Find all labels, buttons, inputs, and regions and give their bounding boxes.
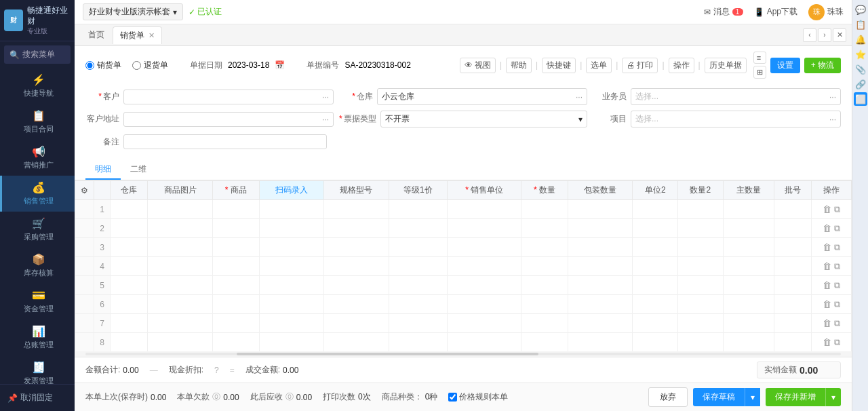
th-price[interactable]: 等级1价 bbox=[389, 181, 448, 200]
row-unit2[interactable] bbox=[633, 276, 678, 295]
sidebar-item-inventory[interactable]: 📦 库存核算 bbox=[0, 248, 75, 283]
salesperson-input[interactable]: 选择... ··· bbox=[631, 88, 841, 105]
row-batch[interactable] bbox=[774, 238, 811, 257]
select-order-button[interactable]: 选单 bbox=[586, 58, 612, 73]
row-price[interactable] bbox=[389, 219, 448, 238]
row-unit[interactable] bbox=[448, 219, 521, 238]
message-button[interactable]: ✉ 消息 1 bbox=[704, 6, 743, 18]
row-spec[interactable] bbox=[324, 219, 389, 238]
project-input[interactable]: 选择... ··· bbox=[631, 111, 841, 128]
company-selector[interactable]: 好业财专业版演示帐套 ▾ bbox=[83, 3, 183, 20]
user-profile[interactable]: 珠 珠珠 bbox=[808, 4, 844, 20]
view-grid-button[interactable]: ⊞ bbox=[753, 66, 766, 79]
right-panel-icon-4[interactable]: ⭐ bbox=[854, 47, 867, 61]
right-panel-icon-3[interactable]: 🔔 bbox=[854, 33, 867, 46]
row-image[interactable] bbox=[148, 200, 213, 219]
row-price[interactable] bbox=[389, 200, 448, 219]
row-warehouse[interactable] bbox=[111, 276, 148, 295]
app-download-button[interactable]: 📱 App下载 bbox=[754, 6, 797, 18]
sidebar-item-project[interactable]: 📋 项目合同 bbox=[0, 104, 75, 140]
row-qty2[interactable] bbox=[678, 276, 724, 295]
row-pkg-qty[interactable] bbox=[568, 257, 633, 276]
sidebar-item-finance[interactable]: 💳 资金管理 bbox=[0, 283, 75, 319]
price-rule-checkbox[interactable]: 价格规则本单 bbox=[448, 391, 508, 403]
row-scan[interactable] bbox=[259, 238, 324, 257]
right-panel-icon-5[interactable]: 📎 bbox=[854, 62, 867, 76]
calendar-icon[interactable]: 📅 bbox=[275, 60, 285, 70]
salesperson-dots[interactable]: ··· bbox=[829, 92, 836, 102]
project-dots[interactable]: ··· bbox=[829, 115, 836, 124]
right-panel-icon-7[interactable]: ⬜ bbox=[854, 92, 867, 106]
help-icon3[interactable]: ⓪ bbox=[285, 391, 294, 403]
th-scan[interactable]: 扫码录入 bbox=[259, 181, 324, 200]
tab-2d[interactable]: 二维 bbox=[121, 160, 156, 180]
help-icon1[interactable]: ? bbox=[214, 366, 219, 375]
set-button[interactable]: 设置 bbox=[770, 58, 800, 73]
row-warehouse[interactable] bbox=[111, 238, 148, 257]
row-main-qty[interactable] bbox=[723, 295, 774, 314]
save-new-button[interactable]: 保存并新增 bbox=[766, 388, 826, 406]
row-batch[interactable] bbox=[774, 200, 811, 219]
row-delete-icon[interactable]: 🗑 bbox=[823, 280, 831, 291]
sidebar-item-marketing[interactable]: 📢 营销推广 bbox=[0, 140, 75, 176]
row-price[interactable] bbox=[389, 257, 448, 276]
row-spec[interactable] bbox=[324, 257, 389, 276]
row-delete-icon[interactable]: 🗑 bbox=[823, 223, 831, 234]
row-image[interactable] bbox=[148, 333, 213, 352]
view-list-button[interactable]: ≡ bbox=[753, 52, 766, 64]
help-icon2[interactable]: ⓪ bbox=[212, 391, 220, 403]
row-main-qty[interactable] bbox=[723, 314, 774, 333]
logistics-button[interactable]: + 物流 bbox=[804, 58, 841, 73]
unpin-button[interactable]: 📌 取消固定 bbox=[4, 389, 71, 407]
row-unit[interactable] bbox=[448, 200, 521, 219]
row-product[interactable] bbox=[212, 257, 259, 276]
address-input[interactable]: ··· bbox=[123, 112, 334, 127]
horizontal-scrollbar[interactable] bbox=[75, 351, 852, 357]
row-warehouse[interactable] bbox=[111, 257, 148, 276]
row-main-qty[interactable] bbox=[723, 276, 774, 295]
row-pkg-qty[interactable] bbox=[568, 314, 633, 333]
row-main-qty[interactable] bbox=[723, 238, 774, 257]
sidebar-item-purchase[interactable]: 🛒 采购管理 bbox=[0, 212, 75, 248]
save-new-arrow-button[interactable]: ▾ bbox=[826, 388, 841, 406]
row-main-qty[interactable] bbox=[723, 257, 774, 276]
th-spec[interactable]: 规格型号 bbox=[324, 181, 389, 200]
row-spec[interactable] bbox=[324, 200, 389, 219]
row-delete-icon[interactable]: 🗑 bbox=[823, 204, 831, 215]
customer-dots[interactable]: ··· bbox=[322, 92, 329, 102]
sidebar-item-quick-nav[interactable]: ⚡ 快捷导航 bbox=[0, 68, 75, 104]
row-scan[interactable] bbox=[259, 257, 324, 276]
row-qty2[interactable] bbox=[678, 219, 724, 238]
row-batch[interactable] bbox=[774, 219, 811, 238]
row-qty[interactable] bbox=[521, 200, 568, 219]
warehouse-input[interactable]: 小云仓库 ··· bbox=[377, 88, 587, 105]
view-button[interactable]: 👁 视图 bbox=[460, 58, 496, 73]
th-qty2[interactable]: 数量2 bbox=[678, 181, 724, 200]
row-delete-icon[interactable]: 🗑 bbox=[823, 261, 831, 272]
row-pkg-qty[interactable] bbox=[568, 238, 633, 257]
row-unit[interactable] bbox=[448, 276, 521, 295]
abandon-button[interactable]: 放弃 bbox=[648, 387, 688, 407]
row-qty[interactable] bbox=[521, 257, 568, 276]
row-copy-icon[interactable]: ⧉ bbox=[834, 204, 840, 215]
row-unit[interactable] bbox=[448, 257, 521, 276]
history-button[interactable]: 历史单据 bbox=[705, 58, 747, 73]
row-price[interactable] bbox=[389, 276, 448, 295]
save-draft-button[interactable]: 保存草稿 bbox=[693, 388, 745, 406]
th-pkg-qty[interactable]: 包装数量 bbox=[568, 181, 633, 200]
row-delete-icon[interactable]: 🗑 bbox=[823, 337, 831, 348]
row-product[interactable] bbox=[212, 333, 259, 352]
row-unit[interactable] bbox=[448, 238, 521, 257]
row-pkg-qty[interactable] bbox=[568, 333, 633, 352]
th-main-qty[interactable]: 主数量 bbox=[723, 181, 774, 200]
row-warehouse[interactable] bbox=[111, 333, 148, 352]
row-copy-icon[interactable]: ⧉ bbox=[834, 318, 840, 329]
row-image[interactable] bbox=[148, 219, 213, 238]
tab-detail[interactable]: 明细 bbox=[85, 160, 121, 180]
th-image[interactable]: 商品图片 bbox=[148, 181, 213, 200]
row-image[interactable] bbox=[148, 238, 213, 257]
row-unit2[interactable] bbox=[633, 295, 678, 314]
row-image[interactable] bbox=[148, 276, 213, 295]
row-scan[interactable] bbox=[259, 314, 324, 333]
row-image[interactable] bbox=[148, 295, 213, 314]
